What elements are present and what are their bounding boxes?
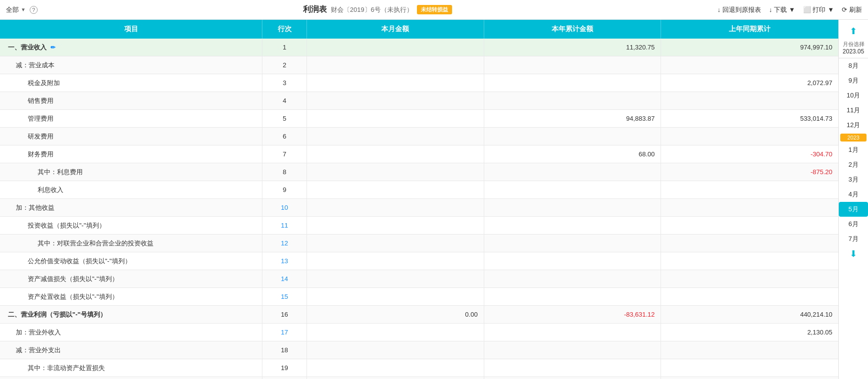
month-item[interactable]: 6月 — [839, 217, 868, 232]
month-amount — [307, 341, 484, 359]
month-amount — [307, 92, 484, 109]
table-row: 利息收入9 — [0, 181, 838, 199]
month-item[interactable]: 2023 — [840, 134, 867, 142]
table-row: 加：其他收益10 — [0, 199, 838, 217]
month-item[interactable]: 8月 — [839, 58, 868, 73]
month-amount — [307, 181, 484, 198]
prev-year-amount — [661, 217, 838, 234]
month-item[interactable]: 10月 — [839, 88, 868, 103]
table-row: 加：营业外收入172,130.05 — [0, 324, 838, 341]
print-arrow-icon: ▼ — [828, 6, 834, 13]
row-number: 1 — [262, 39, 307, 56]
ytd-amount: 68.00 — [484, 145, 662, 163]
table-row: 资产减值损失（损失以"-"填列）14 — [0, 270, 838, 288]
month-item[interactable]: 2月 — [839, 157, 868, 172]
scope-label: 全部 — [6, 5, 19, 14]
col-header-name: 项目 — [0, 20, 262, 39]
back-button[interactable]: ↓ 回退到原报表 — [717, 5, 761, 14]
col-header-prev: 上年同期累计 — [661, 20, 838, 39]
row-number: 6 — [262, 128, 307, 145]
row-number: 11 — [262, 217, 307, 234]
row-number: 13 — [262, 252, 307, 270]
row-name: 减：营业外支出 — [0, 341, 262, 359]
doc-info: 财会〔2019〕6号（未执行） — [331, 5, 413, 14]
table-row: 二、营业利润（亏损以"-"号填列）160.00-83,631.12440,214… — [0, 306, 838, 324]
month-amount — [307, 145, 484, 163]
row-name: 投资收益（损失以"-"填列） — [0, 217, 262, 234]
table-body: 一、营业收入✏111,320.75974,997.10减：营业成本2税金及附加3… — [0, 39, 838, 379]
month-amount — [307, 128, 484, 145]
prev-year-amount: -304.70 — [661, 145, 838, 163]
month-amount: 0.00 — [307, 306, 484, 323]
row-number: 4 — [262, 92, 307, 109]
prev-year-amount: -875.20 — [661, 163, 838, 181]
ytd-amount — [484, 163, 662, 181]
ytd-amount — [484, 288, 662, 305]
prev-year-amount — [661, 270, 838, 287]
prev-year-amount — [661, 56, 838, 74]
col-header-num: 行次 — [262, 20, 307, 39]
row-name: 税金及附加 — [0, 74, 262, 92]
prev-year-amount: 2,072.97 — [661, 74, 838, 92]
prev-year-amount — [661, 288, 838, 305]
month-item[interactable]: 4月 — [839, 187, 868, 202]
top-bar: 全部 ▼ ? 利润表 财会〔2019〕6号（未执行） 未结转损益 ↓ 回退到原报… — [0, 0, 868, 20]
download-button[interactable]: ↓ 下载 ▼ — [769, 5, 795, 14]
prev-year-amount — [661, 128, 838, 145]
row-name: 其中：对联营企业和合营企业的投资收益 — [0, 235, 262, 252]
top-bar-right: ↓ 回退到原报表 ↓ 下载 ▼ ⬜ 打印 ▼ ⟳ 刷新 — [717, 5, 862, 14]
row-name: 公允价值变动收益（损失以"-"填列） — [0, 252, 262, 270]
row-name: 其中：利息费用 — [0, 163, 262, 181]
table-row: 公允价值变动收益（损失以"-"填列）13 — [0, 252, 838, 270]
row-number: 5 — [262, 110, 307, 127]
table-row: 一、营业收入✏111,320.75974,997.10 — [0, 39, 838, 56]
month-item[interactable]: 5月 — [839, 202, 868, 217]
nav-up-icon[interactable]: ⬆ — [848, 24, 859, 39]
prev-year-amount — [661, 341, 838, 359]
row-name: 资产减值损失（损失以"-"填列） — [0, 270, 262, 287]
row-name: 减：营业成本 — [0, 56, 262, 74]
row-name: 资产处置收益（损失以"-"填列） — [0, 288, 262, 305]
table-row: 税金及附加32,072.97 — [0, 74, 838, 92]
current-year-month: 2023.05 — [843, 48, 864, 55]
month-item[interactable]: 12月 — [839, 118, 868, 133]
table-row: 减：营业成本2 — [0, 56, 838, 74]
month-item[interactable]: 3月 — [839, 172, 868, 187]
prev-year-amount — [661, 235, 838, 252]
ytd-amount — [484, 359, 662, 377]
month-item[interactable]: 11月 — [839, 103, 868, 118]
month-amount — [307, 110, 484, 127]
row-number: 18 — [262, 341, 307, 359]
prev-year-amount: 2,130.05 — [661, 324, 838, 341]
month-amount — [307, 359, 484, 377]
month-amount — [307, 217, 484, 234]
month-amount — [307, 252, 484, 270]
row-number: 10 — [262, 199, 307, 216]
month-item[interactable]: 1月 — [839, 142, 868, 157]
month-item[interactable]: 9月 — [839, 73, 868, 88]
month-item[interactable]: 7月 — [839, 232, 868, 246]
month-amount — [307, 199, 484, 216]
scope-dropdown[interactable]: 全部 ▼ — [6, 5, 26, 14]
refresh-button[interactable]: ⟳ 刷新 — [842, 5, 862, 14]
ytd-amount — [484, 181, 662, 198]
status-badge: 未结转损益 — [417, 5, 452, 14]
edit-icon[interactable]: ✏ — [51, 44, 55, 51]
row-number: 15 — [262, 288, 307, 305]
download-arrow-icon: ▼ — [789, 6, 795, 13]
side-panel: ⬆ 月份选择 2023.05 8月9月10月11月12月20231月2月3月4月… — [838, 20, 868, 379]
ytd-amount: 11,320.75 — [484, 39, 662, 56]
print-button[interactable]: ⬜ 打印 ▼ — [803, 5, 834, 14]
row-number: 19 — [262, 359, 307, 377]
ytd-amount — [484, 235, 662, 252]
table-area: 项目 行次 本月金额 本年累计金额 上年同期累计 一、营业收入✏111,320.… — [0, 20, 838, 379]
nav-down-icon[interactable]: ⬇ — [848, 246, 859, 261]
ytd-amount — [484, 56, 662, 74]
help-icon[interactable]: ? — [30, 6, 38, 14]
app-container: 全部 ▼ ? 利润表 财会〔2019〕6号（未执行） 未结转损益 ↓ 回退到原报… — [0, 0, 868, 379]
month-selection-label: 月份选择 — [843, 41, 865, 48]
month-amount — [307, 324, 484, 341]
month-amount — [307, 163, 484, 181]
month-amount — [307, 288, 484, 305]
month-amount — [307, 56, 484, 74]
